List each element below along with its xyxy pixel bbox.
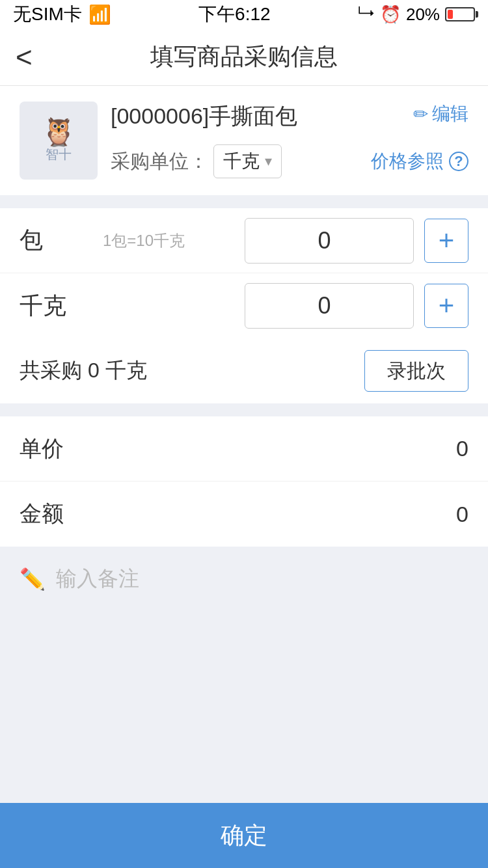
nav-bar: < 填写商品采购信息: [0, 29, 488, 86]
product-name: [0000006]手撕面包: [111, 102, 297, 131]
unit-select[interactable]: 千克 ▾: [213, 144, 282, 178]
alarm-icon: ⏰: [380, 5, 401, 25]
summary-text: 共采购 0 千克: [20, 357, 147, 385]
kg-input-row: 千克 +: [0, 273, 488, 338]
product-logo-text: 智十: [46, 146, 72, 163]
amount-label: 金额: [20, 499, 64, 529]
carrier-text: 无SIM卡: [13, 2, 82, 27]
product-name-row: [0000006]手撕面包 ✏ 编辑: [111, 102, 468, 131]
bao-quantity-input[interactable]: [245, 218, 414, 264]
edit-button[interactable]: ✏ 编辑: [413, 102, 468, 126]
price-section: 单价 0 金额 0: [0, 416, 488, 547]
pencil-icon: ✏️: [20, 567, 46, 591]
chevron-down-icon: ▾: [265, 153, 272, 170]
unit-price-label: 单价: [20, 434, 64, 464]
price-ref-label: 价格参照: [371, 149, 444, 174]
price-ref-button[interactable]: 价格参照 ?: [371, 149, 468, 174]
kg-quantity-input[interactable]: [245, 283, 414, 329]
kg-input-wrap: +: [98, 283, 468, 329]
time-text: 下午6:12: [198, 2, 271, 27]
question-icon: ?: [449, 152, 468, 171]
confirm-button[interactable]: 确定: [0, 803, 488, 868]
location-icon: ⮡: [358, 5, 375, 25]
amount-row: 金额 0: [0, 481, 488, 547]
status-bar: 无SIM卡 📶 下午6:12 ⮡ ⏰ 20%: [0, 0, 488, 29]
product-image: 🦉 智十: [20, 102, 98, 180]
kg-label: 千克: [20, 290, 98, 322]
back-button[interactable]: <: [16, 43, 33, 72]
unit-value: 千克: [223, 149, 260, 174]
bao-input-wrap: +: [185, 218, 468, 264]
purchase-unit-label: 采购单位：: [111, 148, 208, 175]
bao-sublabel: 1包=10千克: [103, 230, 185, 251]
separator-2: [0, 403, 488, 416]
separator-1: [0, 195, 488, 208]
bao-input-row: 包 1包=10千克 +: [0, 208, 488, 273]
page-title: 填写商品采购信息: [150, 41, 338, 73]
bao-label: 包: [20, 224, 98, 256]
notes-placeholder: 输入备注: [56, 565, 139, 593]
content-spacer: [0, 612, 488, 807]
unit-price-value: 0: [456, 436, 468, 461]
product-card: 🦉 智十 [0000006]手撕面包 ✏ 编辑 采购单位： 千克: [0, 86, 488, 195]
bao-plus-button[interactable]: +: [424, 219, 468, 263]
wifi-icon: 📶: [88, 4, 111, 25]
notes-section[interactable]: ✏️ 输入备注: [0, 547, 488, 612]
status-right: ⮡ ⏰ 20%: [358, 5, 475, 25]
product-logo-icon: 🦉: [42, 118, 75, 146]
battery-percent: 20%: [406, 5, 440, 25]
edit-icon: ✏: [413, 103, 428, 125]
kg-plus-button[interactable]: +: [424, 284, 468, 328]
edit-label: 编辑: [432, 102, 468, 126]
unit-price-row: 单价 0: [0, 416, 488, 481]
battery-icon: [445, 7, 475, 21]
input-section: 包 1包=10千克 + 千克 +: [0, 208, 488, 338]
batch-button[interactable]: 录批次: [364, 350, 468, 392]
amount-value: 0: [456, 502, 468, 527]
status-left: 无SIM卡 📶: [13, 2, 111, 27]
product-info: [0000006]手撕面包 ✏ 编辑 采购单位： 千克 ▾: [111, 102, 468, 178]
summary-row: 共采购 0 千克 录批次: [0, 338, 488, 403]
purchase-unit-row: 采购单位： 千克 ▾ 价格参照 ?: [111, 144, 468, 178]
